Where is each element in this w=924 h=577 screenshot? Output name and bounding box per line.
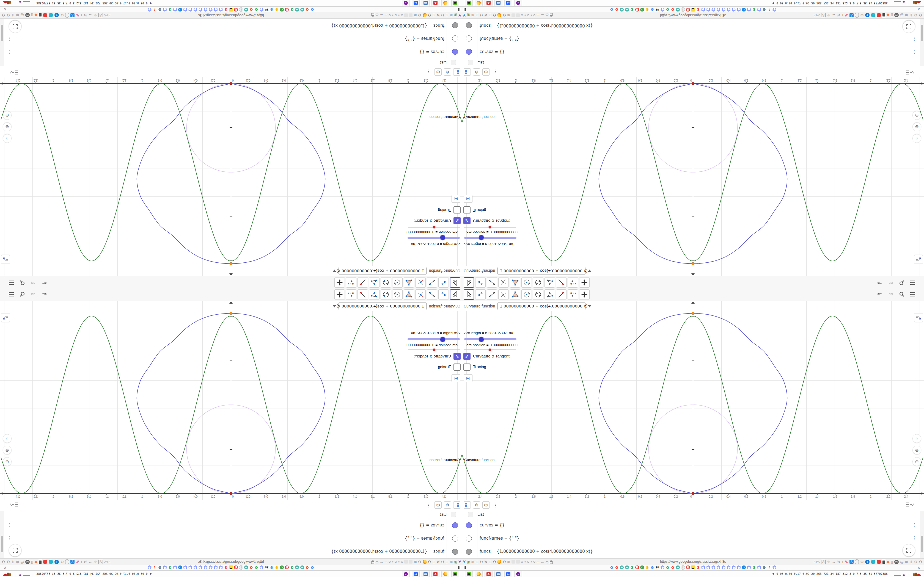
circle-icon[interactable]: ○ bbox=[398, 561, 400, 563]
arc-length-slider-handle[interactable] bbox=[478, 235, 484, 240]
curvature-tangent-checkbox-label[interactable]: Curvature & Tangent bbox=[414, 354, 451, 358]
translate-blue-icon[interactable]: A bbox=[70, 13, 74, 17]
translate-blue-icon[interactable]: A bbox=[850, 560, 854, 564]
tool-point-button[interactable]: A bbox=[438, 289, 449, 300]
tool-slider-button[interactable]: a = 2 bbox=[346, 277, 356, 288]
undo-icon[interactable] bbox=[41, 279, 48, 286]
tab-favicon-G-red[interactable]: G bbox=[249, 565, 254, 570]
tool-line-point-button[interactable] bbox=[556, 289, 567, 300]
row-kebab-menu-icon[interactable]: ⋮ bbox=[7, 49, 12, 55]
tab-favicon-G-blue[interactable]: G bbox=[650, 7, 654, 12]
folder-icon[interactable]: ▱ bbox=[536, 560, 540, 564]
tab-favicon-yandex[interactable]: R bbox=[285, 565, 289, 570]
taskbar-app-monitor[interactable] bbox=[494, 571, 502, 577]
arc-length-slider[interactable] bbox=[407, 237, 460, 239]
tab-favicon-gear-dark[interactable]: ⚙ bbox=[762, 7, 766, 12]
back-arrow-icon[interactable]: ← bbox=[541, 560, 544, 564]
marker-icon[interactable]: ✎ bbox=[845, 13, 848, 17]
folder-icon[interactable]: ▱ bbox=[384, 13, 388, 17]
disabled-extension-icon[interactable] bbox=[516, 560, 520, 564]
kebab-menu-icon[interactable]: ⋮ bbox=[426, 503, 431, 508]
taskbar-app-firefox[interactable] bbox=[441, 571, 449, 577]
dot-circle-icon[interactable]: ⊙ bbox=[527, 14, 529, 17]
taskbar-app-mask-purple[interactable]: •• bbox=[514, 0, 522, 6]
tab-favicon-flower[interactable] bbox=[259, 565, 264, 570]
globe-icon[interactable]: ⊕ bbox=[432, 13, 436, 17]
tool-angle-button[interactable] bbox=[544, 289, 555, 300]
uo-extension-icon[interactable]: UO bbox=[25, 13, 30, 18]
tab-favicon-green-circle[interactable]: ✓ bbox=[640, 7, 645, 12]
tab-favicon-G-yellow[interactable]: G bbox=[645, 565, 649, 570]
zoom-level-badge[interactable]: 81% bbox=[814, 560, 820, 564]
taskbar-app-floppy-64[interactable]: 64 bbox=[412, 571, 420, 577]
tab-favicon-green-circle[interactable]: ✓ bbox=[279, 565, 284, 570]
capsule-icon[interactable] bbox=[65, 559, 69, 564]
circle-icon[interactable]: ○ bbox=[530, 561, 532, 563]
tab-favicon-flower[interactable] bbox=[188, 7, 192, 12]
row-kebab-menu-icon[interactable]: ⋮ bbox=[7, 522, 12, 528]
url-text[interactable]: https://www.geogebra.org/classic/aagcxh3… bbox=[660, 560, 726, 564]
disabled-extension-icon[interactable] bbox=[516, 13, 520, 17]
visibility-toggle-empty[interactable] bbox=[452, 535, 458, 542]
fx-icon[interactable]: fx bbox=[473, 68, 480, 76]
tool-polygon-button[interactable] bbox=[404, 277, 414, 288]
algebra-row[interactable]: funcNames = {" "}⋮ bbox=[462, 532, 924, 545]
tool-angle-button[interactable] bbox=[544, 277, 555, 288]
taskbar-app-red-gear[interactable]: ⚙ bbox=[431, 571, 439, 577]
redo-icon[interactable] bbox=[30, 279, 37, 286]
folder-icon[interactable]: ▱ bbox=[384, 560, 388, 564]
globe-icon[interactable]: ⊕ bbox=[471, 13, 474, 17]
tab-favicon-G-green[interactable]: G bbox=[666, 7, 670, 12]
capsule-icon[interactable] bbox=[65, 13, 69, 18]
redo-dot-icon[interactable]: ↻ bbox=[484, 13, 487, 17]
tab-favicon-flower[interactable] bbox=[173, 7, 178, 12]
tab-favicon-flower[interactable] bbox=[193, 7, 198, 12]
sync-icon[interactable]: ↓ bbox=[48, 13, 53, 18]
redo-dot-icon[interactable]: ↻ bbox=[441, 13, 444, 17]
tool-point-button[interactable]: A bbox=[438, 277, 449, 288]
tool-angle-button[interactable] bbox=[369, 277, 380, 288]
forward-icon[interactable]: → bbox=[832, 560, 836, 564]
tab-favicon-G-red[interactable]: G bbox=[305, 7, 310, 12]
share-diamond-icon[interactable]: ◆ bbox=[887, 560, 890, 564]
chevron-up-icon[interactable]: ∧ bbox=[918, 7, 920, 11]
tab-favicon-flower[interactable] bbox=[163, 565, 167, 570]
chevron-up-icon[interactable]: ∧ bbox=[4, 7, 6, 11]
trash-icon[interactable] bbox=[39, 561, 42, 564]
zoom-level-badge[interactable]: 81% bbox=[814, 14, 820, 17]
tool-line-two-points-button[interactable] bbox=[487, 277, 497, 288]
tab-favicon-gear-dark[interactable]: ⚙ bbox=[762, 565, 766, 570]
tool-intersect-lines-button[interactable] bbox=[415, 289, 426, 300]
tab-favicon-flower[interactable] bbox=[219, 565, 223, 570]
gear-icon[interactable]: ⚙ bbox=[428, 560, 431, 564]
lock-icon[interactable] bbox=[371, 13, 374, 16]
back-arrow-icon[interactable]: ← bbox=[380, 13, 383, 17]
tab-favicon-bubble-blue[interactable]: ▭ bbox=[178, 565, 183, 570]
tab-favicon-yandex[interactable]: R bbox=[635, 7, 640, 12]
tool-intersect-lines-button[interactable] bbox=[498, 289, 509, 300]
tab-favicon-flower[interactable] bbox=[147, 565, 152, 570]
arc-position-slider[interactable] bbox=[408, 350, 460, 350]
curvature-tangent-checkbox[interactable]: ✓ bbox=[454, 217, 460, 224]
tool-circle-center-point-button[interactable] bbox=[522, 277, 532, 288]
tree-view-icon[interactable] bbox=[464, 501, 471, 509]
tab-favicon-flower[interactable] bbox=[757, 565, 761, 570]
fx-icon[interactable]: fx bbox=[444, 501, 451, 509]
tab-favicon-knot[interactable] bbox=[620, 565, 624, 570]
tab-favicon-G-blue[interactable]: G bbox=[650, 565, 654, 570]
menu-icon[interactable] bbox=[909, 279, 916, 286]
translate-icon[interactable]: A bbox=[99, 560, 103, 564]
algebra-row[interactable]: funcNames = {" "}⋮ bbox=[462, 32, 924, 45]
tool-circle-two-points-button[interactable] bbox=[533, 277, 543, 288]
redo-icon[interactable] bbox=[887, 279, 894, 286]
lock-icon[interactable] bbox=[550, 561, 553, 564]
tab-favicon-knot[interactable] bbox=[295, 7, 299, 12]
dot-circle-icon[interactable]: ⊙ bbox=[533, 14, 535, 17]
redo-dot-icon[interactable]: ↻ bbox=[437, 13, 440, 17]
curvature-tangent-checkbox-label[interactable]: Curvature & Tangent bbox=[414, 219, 451, 223]
tab-favicon-knot[interactable] bbox=[300, 7, 304, 12]
algebra-row[interactable]: funcs = {1.000000000000 + cos(4.00000000… bbox=[0, 545, 462, 558]
tab-favicon-flower[interactable] bbox=[727, 7, 731, 12]
menu-icon[interactable] bbox=[8, 291, 15, 298]
taskbar-app-red-gear[interactable]: ⚙ bbox=[485, 571, 493, 577]
